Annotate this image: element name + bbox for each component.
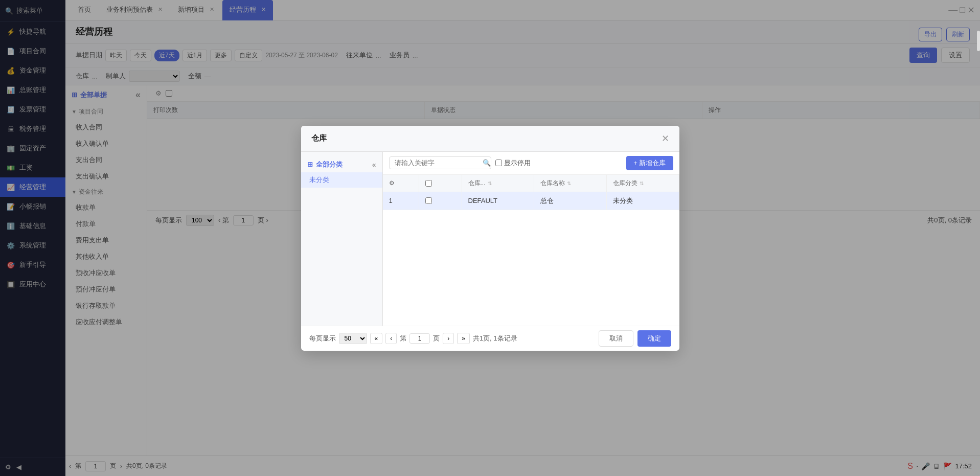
unclassified-label: 未分类 <box>309 176 329 184</box>
dialog-actions: 取消 确定 <box>599 330 671 347</box>
dialog-title: 仓库 <box>311 133 327 143</box>
search-box: 🔍 <box>389 156 491 169</box>
dialog-category-unclassified[interactable]: 未分类 <box>301 172 382 188</box>
dialog-page-suffix: 页 <box>433 334 440 343</box>
dth-name-label: 仓库名称 <box>540 179 565 188</box>
td-row-num: 1 <box>383 192 420 210</box>
sort-icon-name: ⇅ <box>567 180 571 186</box>
dialog-left-panel: ⊞ 全部分类 « 未分类 <box>301 152 383 326</box>
show-disabled-label: 显示停用 <box>504 158 531 168</box>
dialog-header: 仓库 ✕ <box>301 126 679 152</box>
dialog-body: ⊞ 全部分类 « 未分类 🔍 <box>301 152 679 326</box>
td-category: 未分类 <box>607 192 679 210</box>
settings-icon-th[interactable]: ⚙ <box>389 179 395 187</box>
dialog-footer: 每页显示 50 100 « ‹ 第 页 › » 共1页, 1条记录 取消 确定 <box>301 326 679 351</box>
td-code: DEFAULT <box>462 192 535 210</box>
dialog-left-all-category[interactable]: ⊞ 全部分类 « <box>301 157 382 172</box>
dialog-prev-page-btn[interactable]: ‹ <box>385 333 397 344</box>
dialog-last-page-btn[interactable]: » <box>457 333 470 344</box>
dialog-per-page-label: 每页显示 <box>309 334 336 343</box>
dialog-page-label: 第 <box>400 334 406 343</box>
sort-icon-category: ⇅ <box>640 180 644 186</box>
dialog-next-page-btn[interactable]: › <box>443 333 454 344</box>
search-icon-btn[interactable]: 🔍 <box>483 159 491 167</box>
dialog-per-page-select[interactable]: 50 100 <box>339 333 367 344</box>
td-name: 总仓 <box>534 192 607 210</box>
dth-category: 仓库分类 ⇅ <box>607 175 679 192</box>
dialog-table: ⚙ 仓库... ⇅ 仓库名称 ⇅ <box>383 175 679 326</box>
dth-category-label: 仓库分类 <box>613 179 637 188</box>
dialog-table-head: ⚙ 仓库... ⇅ 仓库名称 ⇅ <box>383 175 679 192</box>
left-panel-collapse-icon[interactable]: « <box>372 161 376 169</box>
table-row[interactable]: 1 DEFAULT 总仓 未分类 <box>383 192 679 210</box>
dialog-page-input[interactable] <box>409 333 430 344</box>
warehouse-dialog: 仓库 ✕ ⊞ 全部分类 « 未分类 <box>301 126 679 351</box>
dialog-first-page-btn[interactable]: « <box>370 333 383 344</box>
td-checkbox <box>419 192 462 210</box>
all-category-label: 全部分类 <box>316 160 343 169</box>
dth-name: 仓库名称 ⇅ <box>534 175 607 192</box>
dialog-overlay: 仓库 ✕ ⊞ 全部分类 « 未分类 <box>0 0 980 476</box>
dialog-right-toolbar: 🔍 显示停用 + 新增仓库 <box>383 152 679 175</box>
dialog-select-all[interactable] <box>425 180 432 187</box>
dialog-close-button[interactable]: ✕ <box>662 133 669 144</box>
dth-code-label: 仓库... <box>468 179 486 188</box>
grid-icon-2: ⊞ <box>307 161 313 168</box>
dialog-right-panel: 🔍 显示停用 + 新增仓库 ⚙ <box>383 152 679 326</box>
add-warehouse-button[interactable]: + 新增仓库 <box>626 156 673 170</box>
dialog-confirm-button[interactable]: 确定 <box>637 330 671 347</box>
show-disabled-checkbox-label[interactable]: 显示停用 <box>495 158 531 168</box>
row-checkbox[interactable] <box>425 197 432 204</box>
dth-checkbox <box>419 175 462 192</box>
dialog-total-records: 共1页, 1条记录 <box>473 334 517 343</box>
dth-code: 仓库... ⇅ <box>462 175 535 192</box>
sort-icon-code: ⇅ <box>488 180 492 186</box>
show-disabled-checkbox[interactable] <box>495 160 502 166</box>
dth-settings: ⚙ <box>383 175 420 192</box>
search-input[interactable] <box>395 159 481 167</box>
dialog-cancel-button[interactable]: 取消 <box>599 330 633 347</box>
